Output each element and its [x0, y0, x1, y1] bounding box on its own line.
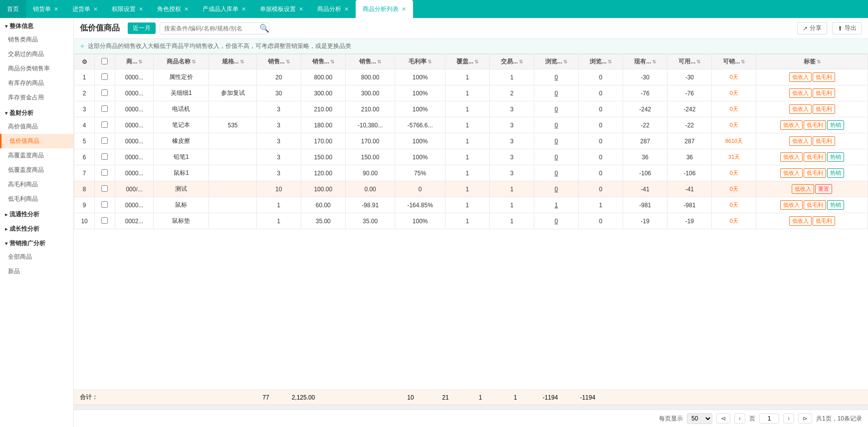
col-trade[interactable]: 交易...⇅: [490, 54, 534, 69]
select-all-checkbox[interactable]: [101, 58, 108, 64]
last-page-button[interactable]: ⊳: [798, 414, 812, 424]
row-checkbox[interactable]: [101, 185, 108, 192]
row-view1[interactable]: 0: [534, 165, 579, 181]
col-available[interactable]: 可用...⇅: [667, 54, 712, 69]
col-spec[interactable]: 规格...⇅: [209, 54, 256, 69]
sidebar-group-overall[interactable]: ▾ 整体信息: [0, 18, 73, 32]
close-goods-analysis-icon[interactable]: ✕: [344, 6, 349, 12]
view1-link[interactable]: 0: [555, 138, 558, 145]
prev-page-button[interactable]: ‹: [734, 414, 745, 424]
close-product-inbound-icon[interactable]: ✕: [241, 6, 246, 12]
row-view1[interactable]: 0: [534, 213, 579, 229]
sidebar-item-low-margin[interactable]: 低毛利商品: [0, 192, 73, 206]
close-role-icon[interactable]: ✕: [184, 6, 189, 12]
nav-role[interactable]: 角色授权 ✕: [150, 0, 196, 18]
col-tags[interactable]: 标签⇅: [756, 54, 868, 69]
nav-goods-analysis-list[interactable]: 商品分析列表 ✕: [356, 0, 413, 18]
sidebar-group-financial[interactable]: ▾ 盈财分析: [0, 105, 73, 119]
col-name[interactable]: 商品名称⇅: [154, 54, 209, 69]
col-sales-amt[interactable]: 销售...⇅: [301, 54, 345, 69]
search-input[interactable]: [160, 22, 269, 34]
row-margin: 100%: [395, 213, 445, 229]
row-checkbox[interactable]: [101, 137, 108, 144]
row-view1[interactable]: 0: [534, 101, 579, 117]
row-view1[interactable]: 0: [534, 117, 579, 133]
col-current[interactable]: 现有...⇅: [623, 54, 667, 69]
table-scroll[interactable]: [74, 405, 868, 410]
per-page-select[interactable]: 50 100 200: [687, 413, 712, 424]
nav-template[interactable]: 单据模板设置 ✕: [253, 0, 310, 18]
view1-link[interactable]: 0: [555, 186, 558, 193]
sidebar-item-high-coverage[interactable]: 高覆盖度商品: [0, 148, 73, 163]
view1-link[interactable]: 0: [555, 122, 558, 129]
row-view1[interactable]: 1: [534, 197, 579, 213]
col-view1[interactable]: 浏览...⇅: [534, 54, 579, 69]
sidebar-item-low-value[interactable]: 低价值商品: [0, 134, 73, 148]
sidebar-item-category-sales-rate[interactable]: 商品分类销售率: [0, 61, 73, 76]
search-button[interactable]: 🔍: [259, 23, 269, 33]
sidebar-item-new-goods[interactable]: 新品: [0, 264, 73, 279]
close-purchase-icon[interactable]: ✕: [93, 6, 98, 12]
row-saleable: 0天: [712, 101, 756, 117]
page-input[interactable]: [759, 414, 779, 424]
view1-link[interactable]: 0: [555, 74, 558, 81]
nav-purchase[interactable]: 进货单 ✕: [65, 0, 105, 18]
sidebar-group-marketing[interactable]: ▾ 营销推广分析: [0, 235, 73, 250]
view1-link[interactable]: 0: [555, 106, 558, 113]
sidebar-item-all-goods[interactable]: 全部商品: [0, 250, 73, 264]
sidebar-group-growth[interactable]: ▸ 成长性分析: [0, 221, 73, 235]
view1-link[interactable]: 0: [555, 154, 558, 161]
sidebar-item-sales-goods[interactable]: 销售类商品: [0, 32, 73, 47]
view1-link[interactable]: 0: [555, 218, 558, 225]
row-view1[interactable]: 0: [534, 149, 579, 165]
view1-link[interactable]: 0: [555, 170, 558, 177]
sidebar-item-traded-goods[interactable]: 交易过的商品: [0, 47, 73, 61]
row-spec: [209, 133, 256, 149]
col-sales-avg[interactable]: 销售...⇅: [345, 54, 395, 69]
sidebar-item-stock-goods[interactable]: 有库存的商品: [0, 76, 73, 90]
export-button[interactable]: ⬆ 导出: [832, 22, 862, 34]
sidebar-item-stock-capital[interactable]: 库存资金占用: [0, 90, 73, 105]
row-num: 9: [74, 197, 95, 213]
row-checkbox[interactable]: [101, 201, 108, 208]
row-view1[interactable]: 0: [534, 133, 579, 149]
close-goods-analysis-list-icon[interactable]: ✕: [402, 6, 406, 12]
row-checkbox[interactable]: [101, 169, 108, 176]
col-view2[interactable]: 浏览...⇅: [579, 54, 623, 69]
row-view1[interactable]: 0: [534, 69, 579, 85]
close-template-icon[interactable]: ✕: [299, 6, 303, 12]
nav-goods-analysis[interactable]: 商品分析 ✕: [310, 0, 356, 18]
row-tags: 低收入低毛利: [756, 213, 868, 229]
close-permission-icon[interactable]: ✕: [139, 6, 143, 12]
col-coverage[interactable]: 覆盖...⇅: [445, 54, 489, 69]
sidebar-item-high-margin[interactable]: 高毛利商品: [0, 177, 73, 192]
sidebar-item-high-value[interactable]: 高价值商品: [0, 119, 73, 134]
row-view1[interactable]: 0: [534, 181, 579, 197]
col-sales-qty[interactable]: 销售...⇅: [256, 54, 301, 69]
view1-link[interactable]: 0: [555, 90, 558, 97]
col-margin[interactable]: 毛利率⇅: [395, 54, 445, 69]
row-checkbox[interactable]: [101, 121, 108, 128]
sidebar-group-liquidity[interactable]: ▸ 流通性分析: [0, 206, 73, 221]
close-sales-icon[interactable]: ✕: [54, 6, 58, 12]
row-checkbox[interactable]: [101, 153, 108, 160]
nav-permission[interactable]: 权限设置 ✕: [105, 0, 150, 18]
row-checkbox[interactable]: [101, 105, 108, 112]
share-button[interactable]: ↗ 分享: [797, 22, 827, 34]
col-settings[interactable]: ⚙: [74, 54, 95, 69]
nav-home[interactable]: 首页: [0, 0, 26, 18]
next-page-button[interactable]: ›: [783, 414, 794, 424]
row-checkbox[interactable]: [101, 73, 108, 80]
col-code[interactable]: 商...⇅: [115, 54, 154, 69]
nav-product-inbound[interactable]: 产成品入库单 ✕: [196, 0, 253, 18]
col-saleable[interactable]: 可销...⇅: [712, 54, 756, 69]
btn-recent-month[interactable]: 近一月: [128, 22, 156, 34]
sidebar-item-low-coverage[interactable]: 低覆盖度商品: [0, 163, 73, 177]
row-checkbox[interactable]: [101, 89, 108, 96]
row-num: 7: [74, 165, 95, 181]
nav-sales[interactable]: 销货单 ✕: [26, 0, 65, 18]
view1-link[interactable]: 1: [555, 202, 558, 209]
row-view1[interactable]: 0: [534, 85, 579, 101]
row-checkbox[interactable]: [101, 217, 108, 224]
first-page-button[interactable]: ⊲: [716, 414, 730, 424]
